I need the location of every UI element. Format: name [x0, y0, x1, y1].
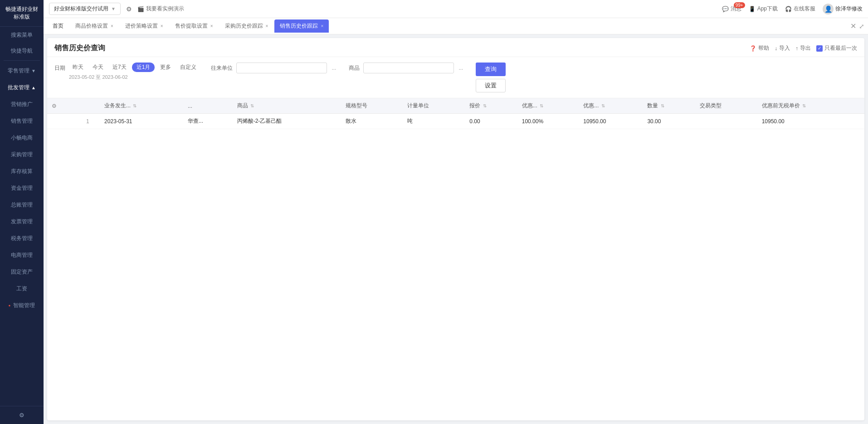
sidebar-item-payroll[interactable]: 工资 [0, 280, 44, 297]
column-discount2[interactable]: 优惠... ⇅ [579, 98, 643, 114]
sidebar-item-tax[interactable]: 税务管理 [0, 230, 44, 247]
main-area: 好业财标准版交付试用 ▼ ⚙ 我要看实例演示 💬 消息 99+ 📱 App下载 … [44, 0, 868, 424]
sidebar-item-retail[interactable]: 零售管理 ▼ [0, 63, 44, 79]
tab-purchase-history-close[interactable]: × [266, 24, 268, 29]
sidebar-item-fixed-assets[interactable]: 固定资产 [0, 264, 44, 280]
import-button[interactable]: ↓ 导入 [775, 44, 790, 52]
date-option-custom[interactable]: 自定义 [176, 63, 200, 72]
sort-icon-d2: ⇅ [601, 103, 605, 108]
table-header-row: ⚙ 业务发生... ⇅ ... 商品 ⇅ 规格型号 计量单位 报价 ⇅ 优惠..… [47, 98, 864, 114]
sidebar-quicknav[interactable]: 快捷导航 [0, 43, 44, 58]
page-actions: ❓ 帮助 ↓ 导入 ↑ 导出 只看最后一次 [750, 44, 857, 52]
cell-goods: 丙烯酸-2-乙基己酯 [233, 114, 341, 129]
tab-price-strategy[interactable]: 进价策略设置 × [120, 19, 169, 33]
sidebar-item-ledger[interactable]: 总账管理 [0, 197, 44, 213]
tab-goods-price[interactable]: 商品价格设置 × [70, 19, 119, 33]
import-label: 导入 [779, 44, 790, 52]
column-notax-price[interactable]: 优惠前无税单价 ⇅ [757, 98, 864, 114]
sidebar-item-sales[interactable]: 销售管理 [0, 113, 44, 130]
column-seq [75, 98, 100, 114]
sidebar-item-label: 采购管理 [11, 151, 33, 159]
tab-sale-price[interactable]: 售价提取设置 × [170, 19, 219, 33]
tab-home[interactable]: 首页 [47, 19, 69, 33]
sidebar-item-inventory[interactable]: 库存核算 [0, 163, 44, 180]
goods-field: ... [363, 63, 465, 73]
date-option-yesterday[interactable]: 昨天 [69, 63, 87, 72]
sidebar-item-wholesale[interactable]: 批发管理 ▲ [0, 79, 44, 96]
help-label: 帮助 [758, 44, 769, 52]
workspace: 销售历史价查询 ❓ 帮助 ↓ 导入 ↑ 导出 只看最后一次 [47, 38, 864, 420]
table-area: ⚙ 业务发生... ⇅ ... 商品 ⇅ 规格型号 计量单位 报价 ⇅ 优惠..… [47, 98, 864, 420]
sort-icon-qty: ⇅ [661, 103, 664, 108]
sidebar-item-marketing[interactable]: 营销推广 [0, 96, 44, 113]
goods-input[interactable] [363, 63, 454, 73]
date-option-today[interactable]: 今天 [89, 63, 107, 72]
cell-price: 0.00 [465, 114, 517, 129]
tab-sale-history-close[interactable]: × [321, 24, 323, 29]
edition-select[interactable]: 好业财标准版交付试用 ▼ [49, 3, 121, 15]
sidebar-item-finance[interactable]: 资金管理 [0, 180, 44, 197]
customer-field: ... [236, 63, 338, 73]
goods-more-button[interactable]: ... [457, 63, 465, 73]
customer-input[interactable] [236, 63, 327, 73]
app-download-button[interactable]: 📱 App下载 [749, 5, 778, 13]
date-option-last1m[interactable]: 近1月 [132, 63, 155, 72]
settings-button[interactable]: 设置 [476, 79, 506, 92]
edition-label: 好业财标准版交付试用 [54, 5, 108, 13]
online-service-button[interactable]: 🎧 在线客服 [785, 5, 815, 13]
column-qty[interactable]: 数量 ⇅ [643, 98, 695, 114]
customer-more-button[interactable]: ... [330, 63, 338, 73]
user-menu[interactable]: 👤 徐泽华修改 [823, 4, 863, 14]
tab-expand-icon[interactable]: ⤢ [859, 23, 864, 30]
sidebar-settings-button[interactable]: ⚙ [0, 406, 44, 424]
tab-close-icon[interactable]: ✕ [850, 22, 856, 30]
sidebar-item-label: 销售管理 [11, 117, 33, 125]
demo-label: 我要看实例演示 [146, 5, 184, 13]
date-option-last7[interactable]: 近7天 [109, 63, 130, 72]
sort-icon-d1: ⇅ [540, 103, 543, 108]
cell-discount2: 10950.00 [579, 114, 643, 129]
tab-goods-price-close[interactable]: × [111, 24, 113, 29]
export-label: 导出 [800, 44, 811, 52]
column-goods[interactable]: 商品 ⇅ [233, 98, 341, 114]
sidebar-item-invoice[interactable]: 发票管理 [0, 213, 44, 230]
page-title: 销售历史价查询 [54, 43, 105, 53]
sidebar-item-purchase[interactable]: 采购管理 [0, 146, 44, 163]
filter-action-buttons: 查询 设置 [476, 63, 506, 92]
column-discount1[interactable]: 优惠... ⇅ [517, 98, 579, 114]
help-button[interactable]: ❓ 帮助 [750, 44, 769, 52]
column-type: 交易类型 [695, 98, 757, 114]
cell-type [695, 114, 757, 129]
export-button[interactable]: ↑ 导出 [795, 44, 811, 52]
tab-sale-price-label: 售价提取设置 [175, 22, 208, 30]
cell-more: 华查... [183, 114, 233, 129]
sort-icon: ⇅ [133, 103, 137, 108]
sidebar-item-label: 营销推广 [11, 101, 33, 108]
settings-icon[interactable]: ⚙ [124, 4, 134, 14]
tab-price-strategy-label: 进价策略设置 [125, 22, 158, 30]
sidebar-item-smart[interactable]: 智能管理 [0, 297, 44, 314]
last-only-checkbox[interactable]: 只看最后一次 [816, 44, 857, 52]
tab-price-strategy-close[interactable]: × [161, 24, 163, 29]
tab-purchase-history[interactable]: 采购历史价跟踪 × [219, 19, 274, 33]
column-price[interactable]: 报价 ⇅ [465, 98, 517, 114]
tab-sale-history[interactable]: 销售历史价跟踪 × [274, 19, 329, 33]
sidebar-search[interactable]: 搜索菜单 [0, 27, 44, 43]
tab-sale-price-close[interactable]: × [210, 24, 213, 29]
tab-bar: 首页 商品价格设置 × 进价策略设置 × 售价提取设置 × 采购历史价跟踪 × … [44, 18, 868, 34]
query-button[interactable]: 查询 [476, 63, 506, 76]
column-more[interactable]: ... [183, 98, 233, 114]
message-button[interactable]: 💬 消息 99+ [722, 5, 741, 13]
sidebar-item-ecommerce-small[interactable]: 小畅电商 [0, 130, 44, 146]
demo-button[interactable]: 我要看实例演示 [137, 5, 184, 13]
date-option-more[interactable]: 更多 [156, 63, 175, 72]
column-date[interactable]: 业务发生... ⇅ [100, 98, 183, 114]
sort-icon-notax: ⇅ [802, 103, 806, 108]
chevron-down-icon: ▼ [111, 6, 116, 11]
sidebar-item-ecommerce[interactable]: 电商管理 [0, 247, 44, 264]
sidebar-item-label: 智能管理 [13, 302, 35, 309]
sidebar-item-label: 发票管理 [11, 218, 33, 226]
column-gear[interactable]: ⚙ [47, 98, 75, 114]
message-icon: 💬 [722, 6, 729, 12]
phone-icon: 📱 [749, 6, 756, 12]
